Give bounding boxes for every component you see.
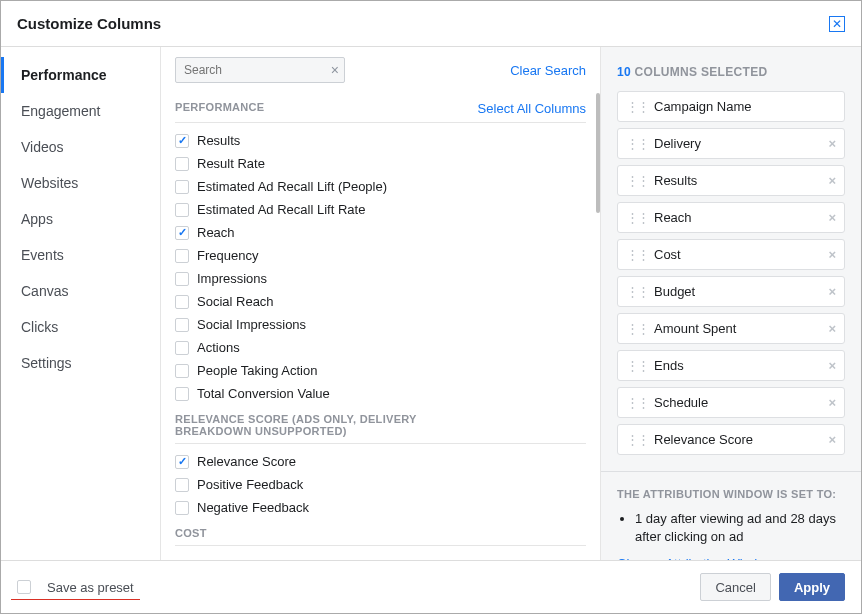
remove-column-icon[interactable]: × <box>828 432 836 447</box>
selected-column-pill[interactable]: ⋮⋮Schedule× <box>617 387 845 418</box>
sidebar-item-performance[interactable]: Performance <box>1 57 160 93</box>
column-option[interactable]: Frequency <box>175 244 586 267</box>
checkbox[interactable] <box>175 501 189 515</box>
checkbox[interactable] <box>175 364 189 378</box>
checkbox[interactable] <box>175 249 189 263</box>
checkbox[interactable] <box>175 387 189 401</box>
remove-column-icon[interactable]: × <box>828 136 836 151</box>
close-icon[interactable]: ✕ <box>829 16 845 32</box>
selected-column-pill[interactable]: ⋮⋮Ends× <box>617 350 845 381</box>
selected-column-label: Cost <box>654 247 822 262</box>
selected-count: 10 COLUMNS SELECTED <box>617 65 845 79</box>
selected-column-pill[interactable]: ⋮⋮Results× <box>617 165 845 196</box>
checkbox[interactable] <box>175 134 189 148</box>
drag-handle-icon[interactable]: ⋮⋮ <box>626 99 648 114</box>
checkbox[interactable] <box>175 318 189 332</box>
checkbox[interactable] <box>175 272 189 286</box>
remove-column-icon[interactable]: × <box>828 210 836 225</box>
column-option[interactable]: Estimated Ad Recall Lift Rate <box>175 198 586 221</box>
drag-handle-icon[interactable]: ⋮⋮ <box>626 395 648 410</box>
drag-handle-icon[interactable]: ⋮⋮ <box>626 136 648 151</box>
sidebar-item-engagement[interactable]: Engagement <box>1 93 160 129</box>
selected-count-label: COLUMNS SELECTED <box>635 65 768 79</box>
column-option[interactable]: People Taking Action <box>175 359 586 382</box>
select-all-link[interactable]: Select All Columns <box>478 101 586 116</box>
selected-column-pill[interactable]: ⋮⋮Cost× <box>617 239 845 270</box>
section-title: COST <box>175 527 207 539</box>
sidebar-item-videos[interactable]: Videos <box>1 129 160 165</box>
column-option[interactable]: Total Conversion Value <box>175 382 586 405</box>
sidebar-item-apps[interactable]: Apps <box>1 201 160 237</box>
selected-column-label: Results <box>654 173 822 188</box>
selected-column-pill[interactable]: ⋮⋮Campaign Name <box>617 91 845 122</box>
column-option[interactable]: Negative Feedback <box>175 496 586 519</box>
selected-column-pill[interactable]: ⋮⋮Delivery× <box>617 128 845 159</box>
checkbox[interactable] <box>175 203 189 217</box>
remove-column-icon[interactable]: × <box>828 395 836 410</box>
sidebar-item-canvas[interactable]: Canvas <box>1 273 160 309</box>
drag-handle-icon[interactable]: ⋮⋮ <box>626 432 648 447</box>
checkbox[interactable] <box>175 455 189 469</box>
column-option[interactable]: Reach <box>175 221 586 244</box>
checkbox[interactable] <box>175 157 189 171</box>
drag-handle-icon[interactable]: ⋮⋮ <box>626 210 648 225</box>
selected-column-pill[interactable]: ⋮⋮Amount Spent× <box>617 313 845 344</box>
column-option-label: Frequency <box>197 248 258 263</box>
column-option[interactable]: Social Reach <box>175 290 586 313</box>
checkbox[interactable] <box>175 341 189 355</box>
selected-column-pill[interactable]: ⋮⋮Reach× <box>617 202 845 233</box>
column-option[interactable]: Positive Feedback <box>175 473 586 496</box>
column-option-label: Positive Feedback <box>197 477 303 492</box>
checkbox[interactable] <box>175 226 189 240</box>
selected-column-label: Schedule <box>654 395 822 410</box>
apply-button[interactable]: Apply <box>779 573 845 601</box>
checkbox[interactable] <box>175 295 189 309</box>
attribution-title: THE ATTRIBUTION WINDOW IS SET TO: <box>617 488 845 500</box>
column-option[interactable]: Estimated Ad Recall Lift (People) <box>175 175 586 198</box>
search-row: × Clear Search <box>161 47 600 93</box>
column-option-label: Estimated Ad Recall Lift Rate <box>197 202 365 217</box>
remove-column-icon[interactable]: × <box>828 321 836 336</box>
remove-column-icon[interactable]: × <box>828 358 836 373</box>
drag-handle-icon[interactable]: ⋮⋮ <box>626 358 648 373</box>
column-option[interactable]: Social Impressions <box>175 313 586 336</box>
remove-column-icon[interactable]: × <box>828 284 836 299</box>
cancel-button[interactable]: Cancel <box>700 573 770 601</box>
search-input[interactable] <box>175 57 345 83</box>
column-option[interactable]: Impressions <box>175 267 586 290</box>
drag-handle-icon[interactable]: ⋮⋮ <box>626 284 648 299</box>
selected-column-pill[interactable]: ⋮⋮Relevance Score× <box>617 424 845 455</box>
selected-column-pill[interactable]: ⋮⋮Budget× <box>617 276 845 307</box>
drag-handle-icon[interactable]: ⋮⋮ <box>626 247 648 262</box>
column-option[interactable]: Result Rate <box>175 152 586 175</box>
checkbox[interactable] <box>175 478 189 492</box>
attribution-box: THE ATTRIBUTION WINDOW IS SET TO: 1 day … <box>601 471 861 560</box>
annotation-underline <box>11 599 140 600</box>
column-option-label: Total Conversion Value <box>197 386 330 401</box>
search-box: × <box>175 57 345 83</box>
column-option-label: Actions <box>197 340 240 355</box>
section-title: RELEVANCE SCORE (ADS ONLY, DELIVERY BREA… <box>175 413 465 437</box>
column-option[interactable]: Actions <box>175 336 586 359</box>
save-preset-label: Save as preset <box>47 580 134 595</box>
modal-footer: Save as preset Cancel Apply <box>1 560 861 613</box>
save-preset-checkbox[interactable] <box>17 580 31 594</box>
drag-handle-icon[interactable]: ⋮⋮ <box>626 173 648 188</box>
scrollbar-thumb[interactable] <box>596 93 600 213</box>
clear-search-link[interactable]: Clear Search <box>510 63 586 78</box>
checkbox[interactable] <box>175 180 189 194</box>
column-option[interactable]: Relevance Score <box>175 450 586 473</box>
drag-handle-icon[interactable]: ⋮⋮ <box>626 321 648 336</box>
clear-input-icon[interactable]: × <box>331 62 339 78</box>
section-title: PERFORMANCE <box>175 101 264 113</box>
column-option[interactable]: Results <box>175 129 586 152</box>
sidebar-item-clicks[interactable]: Clicks <box>1 309 160 345</box>
sidebar-item-settings[interactable]: Settings <box>1 345 160 381</box>
section-header: COST <box>175 519 586 546</box>
remove-column-icon[interactable]: × <box>828 247 836 262</box>
remove-column-icon[interactable]: × <box>828 173 836 188</box>
columns-scroll-area[interactable]: PERFORMANCESelect All ColumnsResultsResu… <box>161 93 600 560</box>
sidebar-item-events[interactable]: Events <box>1 237 160 273</box>
sidebar-item-websites[interactable]: Websites <box>1 165 160 201</box>
modal-header: Customize Columns ✕ <box>1 1 861 47</box>
